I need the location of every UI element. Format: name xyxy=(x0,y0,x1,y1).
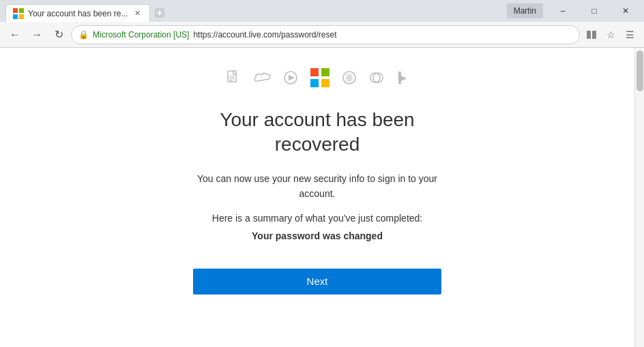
nav-actions: ☆ ☰ xyxy=(583,26,639,44)
chrome-browser-window: Your account has been re... ✕ Martin – □… xyxy=(0,0,644,347)
close-button[interactable]: ✕ xyxy=(610,0,641,22)
forward-button[interactable]: → xyxy=(27,25,46,44)
scrollbar[interactable] xyxy=(634,48,644,347)
window-controls: Martin – □ ✕ xyxy=(504,0,644,22)
main-content-area: Your account has been recovered You can … xyxy=(0,48,634,347)
microsoft-logo xyxy=(310,68,330,87)
minimize-button[interactable]: – xyxy=(547,0,579,22)
active-tab[interactable]: Your account has been re... ✕ xyxy=(5,4,150,22)
new-tab-button[interactable] xyxy=(150,4,169,22)
svg-rect-3 xyxy=(19,14,24,19)
title-bar: Your account has been re... ✕ Martin – □… xyxy=(0,0,644,22)
svg-rect-0 xyxy=(13,8,18,13)
back-button[interactable]: ← xyxy=(5,25,25,44)
completed-item: Your password was changed xyxy=(252,230,383,241)
svg-marker-12 xyxy=(289,75,295,80)
tab-favicon xyxy=(13,8,24,19)
svg-point-15 xyxy=(345,72,354,83)
tab-area: Your account has been re... ✕ xyxy=(0,0,504,22)
summary-label: Here is a summary of what you've just co… xyxy=(212,213,422,224)
media-icon xyxy=(283,70,298,85)
page-content: Your account has been recovered You can … xyxy=(0,48,644,347)
scrollbar-thumb[interactable] xyxy=(636,50,643,91)
user-name: Martin xyxy=(507,3,543,18)
page-heading: Your account has been recovered xyxy=(220,108,414,157)
bing-icon xyxy=(396,70,409,85)
svg-rect-2 xyxy=(13,14,18,19)
tab-close-button[interactable]: ✕ xyxy=(132,8,143,19)
svg-rect-1 xyxy=(19,8,24,13)
menu-button[interactable]: ☰ xyxy=(621,26,639,44)
next-button[interactable]: Next xyxy=(193,269,441,295)
svg-rect-18 xyxy=(398,72,401,84)
maximize-button[interactable]: □ xyxy=(579,0,610,22)
lock-icon: 🔒 xyxy=(78,30,89,40)
address-url: https://account.live.com/password/reset xyxy=(193,30,336,40)
refresh-button[interactable]: ↻ xyxy=(49,25,68,44)
address-domain: Microsoft Corporation [US] xyxy=(93,30,189,40)
svg-rect-5 xyxy=(587,31,591,39)
bookmark-button[interactable]: ☆ xyxy=(602,26,619,44)
body-description: You can now use your new security info t… xyxy=(194,171,440,202)
navigation-bar: ← → ↻ 🔒 Microsoft Corporation [US] https… xyxy=(0,22,644,48)
tab-title: Your account has been re... xyxy=(28,9,128,18)
document-icon xyxy=(226,70,241,85)
address-bar[interactable]: 🔒 Microsoft Corporation [US] https://acc… xyxy=(71,25,580,44)
ms-service-icons xyxy=(226,68,409,87)
skype-icon xyxy=(369,70,384,85)
xbox-icon xyxy=(342,70,357,85)
reader-mode-button[interactable] xyxy=(583,26,600,44)
svg-rect-6 xyxy=(592,31,596,39)
onedrive-icon xyxy=(253,72,271,84)
